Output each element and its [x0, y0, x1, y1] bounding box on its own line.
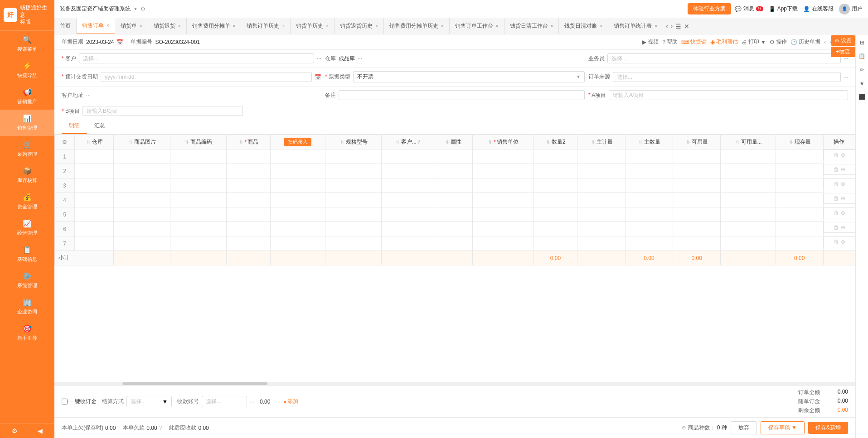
- customer-input[interactable]: [79, 53, 314, 63]
- sort-icon[interactable]: ⇅: [789, 140, 793, 144]
- app-download-item[interactable]: 📱 App下载: [769, 5, 798, 13]
- row-copy-icon[interactable]: ⊕: [841, 195, 845, 202]
- ticket-type-select[interactable]: 不开票 ▼: [353, 71, 585, 82]
- tool-item-3[interactable]: ✏: [857, 63, 868, 76]
- config-icon[interactable]: ⚙: [62, 139, 67, 145]
- tab-prev-icon[interactable]: ‹: [665, 23, 669, 30]
- th-attribute[interactable]: ⇅ 属性: [433, 135, 472, 149]
- delivery-date-input[interactable]: [101, 72, 312, 82]
- sidebar-item-system[interactable]: ⚙️ 系统管理: [0, 267, 54, 294]
- sort-icon[interactable]: ⇅: [185, 140, 189, 144]
- tab-order-workbench[interactable]: 销售订单工作台 ×: [450, 18, 504, 34]
- tab-next-icon[interactable]: ›: [670, 23, 674, 30]
- sort-icon[interactable]: ⇅: [546, 140, 550, 144]
- b-project-input[interactable]: [82, 106, 243, 116]
- tool-item-2[interactable]: 📋: [857, 50, 868, 63]
- customer-more-icon[interactable]: ···: [317, 55, 321, 62]
- th-available[interactable]: ⇅ 可用量: [673, 135, 721, 149]
- row-delete-icon[interactable]: 🗑: [834, 166, 839, 173]
- account-more-icon[interactable]: ···: [250, 399, 254, 405]
- row-copy-icon[interactable]: ⊕: [841, 152, 845, 158]
- row-delete-icon[interactable]: 🗑: [834, 195, 839, 202]
- tab-close-icon[interactable]: ×: [375, 24, 378, 29]
- sort-icon[interactable]: ⇅: [129, 140, 132, 144]
- add-logistics-button[interactable]: +物流: [831, 47, 855, 57]
- sort-icon[interactable]: ⇅: [488, 140, 492, 144]
- info-icon[interactable]: ?: [159, 425, 162, 431]
- th-current-stock[interactable]: ⇅ 现存量: [776, 135, 823, 149]
- help-icon[interactable]: ?: [417, 140, 420, 144]
- th-quantity2[interactable]: ⇅ 数量2: [533, 135, 577, 149]
- tab-sales-order[interactable]: 销售订单 ×: [77, 18, 115, 34]
- tool-item-4[interactable]: ★: [857, 77, 868, 90]
- th-main-quantity[interactable]: ⇅ 主数量: [625, 135, 673, 149]
- th-customer-code[interactable]: ⇅ 客户... ?: [382, 135, 433, 149]
- th-spec[interactable]: ⇅ 规格型号: [325, 135, 381, 149]
- tab-cash-workbench[interactable]: 钱货日清工作台 ×: [504, 18, 559, 34]
- calendar-icon[interactable]: 📅: [116, 39, 123, 45]
- th-scan[interactable]: 扫码录入: [270, 135, 325, 149]
- tab-sales-invoice[interactable]: 销货单 ×: [115, 18, 148, 34]
- tab-home[interactable]: 首页: [54, 18, 77, 34]
- quick-payment-check[interactable]: [62, 399, 68, 404]
- remark-input[interactable]: [339, 90, 585, 100]
- sidebar-item-guide[interactable]: 🎯 新手引导: [0, 320, 54, 346]
- tool-item-1[interactable]: ⊞: [857, 36, 868, 49]
- account-select[interactable]: 选择...: [202, 396, 247, 407]
- shortcut-btn[interactable]: ⌨ 快捷键: [681, 38, 707, 46]
- row-copy-icon[interactable]: ⊕: [841, 166, 845, 173]
- tool-item-5[interactable]: ⬛: [857, 91, 868, 103]
- sidebar-item-finance[interactable]: 💰 资金管理: [0, 188, 54, 215]
- order-source-more-icon[interactable]: ···: [844, 74, 848, 80]
- row-copy-icon[interactable]: ⊕: [841, 224, 845, 231]
- tab-close-icon[interactable]: ×: [140, 24, 142, 29]
- tab-close-icon[interactable]: ×: [496, 24, 499, 29]
- scan-btn[interactable]: 扫码录入: [284, 138, 311, 146]
- tab-summary[interactable]: 汇总: [87, 118, 112, 134]
- sort-icon[interactable]: ⇅: [87, 140, 90, 144]
- salesperson-input[interactable]: [607, 53, 841, 63]
- row-copy-icon[interactable]: ⊕: [841, 181, 845, 187]
- save-new-button[interactable]: 保存&新增: [808, 422, 848, 434]
- sort-icon[interactable]: ⇅: [445, 140, 449, 144]
- sidebar-item-basicinfo[interactable]: 📋 基础信息: [0, 241, 54, 267]
- row-copy-icon[interactable]: ⊕: [841, 210, 845, 216]
- add-payment-btn[interactable]: ● 添加: [283, 398, 298, 405]
- sort-icon[interactable]: ⇅: [396, 140, 399, 144]
- online-service-item[interactable]: 👤 在线客服: [803, 5, 834, 13]
- tab-close-icon[interactable]: ×: [600, 24, 602, 29]
- th-available2[interactable]: ⇅ 可用量...: [721, 135, 776, 149]
- tab-menu-icon[interactable]: ☰: [674, 23, 682, 30]
- tab-close-icon[interactable]: ×: [326, 24, 329, 29]
- sort-icon[interactable]: ⇅: [736, 140, 739, 144]
- tab-invoice-history[interactable]: 销货单历史 ×: [291, 18, 335, 34]
- sort-icon[interactable]: ⇅: [239, 140, 243, 144]
- detail-table-wrapper[interactable]: ⚙ ⇅ 仓库 ⇅ 商品图片: [54, 135, 855, 382]
- scroll-indicator[interactable]: [54, 382, 855, 385]
- tab-close-icon[interactable]: ×: [551, 24, 553, 29]
- sidebar-item-sales[interactable]: 📊 销售管理: [0, 110, 54, 136]
- th-product[interactable]: ⇅ *商品: [226, 135, 270, 149]
- a-project-input[interactable]: [609, 90, 848, 100]
- th-warehouse[interactable]: ⇅ 仓库: [75, 135, 114, 149]
- quick-payment-checkbox[interactable]: 一键收订金: [62, 398, 97, 405]
- tab-sales-stats[interactable]: 销售订单统计表 ×: [608, 18, 663, 34]
- tab-close-icon[interactable]: ×: [655, 24, 657, 29]
- sort-icon[interactable]: ⇅: [340, 140, 344, 144]
- scroll-thumb[interactable]: [122, 382, 267, 385]
- row-delete-icon[interactable]: 🗑: [834, 239, 839, 245]
- row-copy-icon[interactable]: ⊕: [841, 239, 845, 245]
- sidebar-item-enterprise[interactable]: 🏢 企业协同: [0, 294, 54, 320]
- tab-detail[interactable]: 明细: [62, 118, 87, 134]
- row-delete-icon[interactable]: 🗑: [834, 224, 839, 231]
- th-product-image[interactable]: ⇅ 商品图片: [114, 135, 170, 149]
- tab-close-icon[interactable]: ×: [107, 23, 109, 28]
- message-item[interactable]: 💬 消息 9: [735, 5, 763, 13]
- warehouse-more-icon[interactable]: ···: [358, 55, 362, 62]
- tab-close-icon[interactable]: ×: [233, 24, 236, 29]
- nav-prev-icon[interactable]: ‹: [824, 39, 826, 45]
- sort-icon[interactable]: ⇅: [639, 140, 642, 144]
- history-btn[interactable]: 🕐 历史单据: [790, 38, 820, 46]
- tab-return-history[interactable]: 销货退货历史 ×: [335, 18, 384, 34]
- row-delete-icon[interactable]: 🗑: [834, 152, 839, 158]
